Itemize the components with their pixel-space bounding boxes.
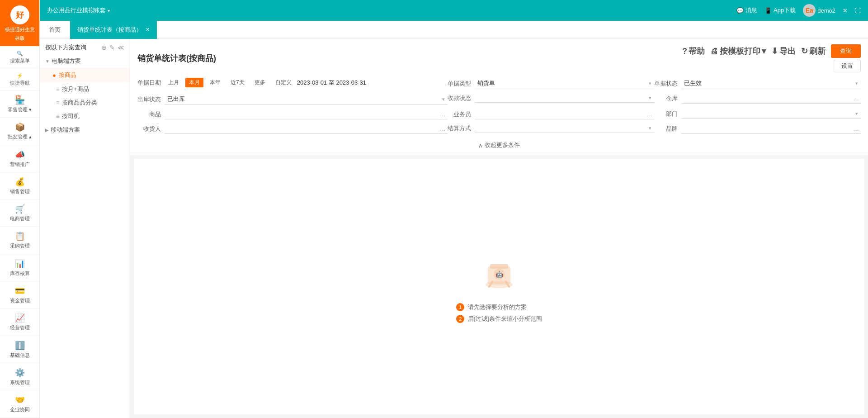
salesperson-filter-field: 业务员 … — [448, 109, 654, 119]
close-window-button[interactable]: ✕ — [843, 7, 848, 14]
add-scheme-button[interactable]: ⊕ — [101, 44, 107, 51]
template-print-button[interactable]: 🖨 按模板打印 ▾ — [710, 46, 766, 57]
refresh-button[interactable]: ↻ 刷新 — [801, 46, 826, 57]
sidebar-quicknav[interactable]: ⚡ 快捷导航 — [0, 68, 39, 90]
tab-sales-stat[interactable]: 销货单统计表（按商品） ✕ — [70, 21, 157, 39]
doc-type-select[interactable]: 销货单 ▾ — [475, 78, 654, 89]
date-tab-more[interactable]: 更多 — [251, 78, 269, 87]
sidebar-item-wholesale[interactable]: 📦 批发管理 ▴ — [0, 118, 39, 145]
collapse-button[interactable]: ∧ 收起更多条件 — [478, 141, 520, 149]
print-icon: 🖨 — [710, 47, 718, 56]
dept-select[interactable]: ▾ — [681, 109, 861, 119]
date-tab-last-month[interactable]: 上月 — [165, 78, 183, 87]
app-download-button[interactable]: 📱 App下载 — [764, 6, 796, 14]
date-tab-this-year[interactable]: 本年 — [206, 78, 224, 87]
sidebar-item-enterprise[interactable]: 🤝 企业协同 — [0, 390, 39, 418]
desktop-section-arrow: ▼ — [45, 59, 50, 64]
sidebar-item-purchase[interactable]: 📋 采购管理 — [0, 227, 39, 254]
maximize-icon: ⛶ — [855, 7, 861, 14]
edit-scheme-button[interactable]: ✎ — [109, 44, 115, 51]
sidebar-item-ecommerce[interactable]: 🛒 电商管理 — [0, 200, 39, 227]
sidebar-item-sales[interactable]: 💰 销售管理 — [0, 172, 39, 200]
user-name: demo2 — [817, 7, 835, 14]
help-button[interactable]: ? 帮助 — [682, 46, 705, 57]
wholesale-icon: 📦 — [15, 122, 25, 132]
left-panel-item-by-category[interactable]: ≡ 按商品品分类 — [40, 96, 130, 109]
sidebar-item-zero-retail[interactable]: 🏪 零售管理 ▾ — [0, 90, 39, 118]
tab-home[interactable]: 首页 — [40, 21, 70, 39]
logo-symbol: 好 — [16, 10, 24, 20]
date-range: 2023-03-01 至 2023-03-31 — [297, 79, 366, 87]
warehouse-dots[interactable]: … — [851, 95, 861, 102]
query-button[interactable]: 查询 — [831, 44, 861, 58]
industry-label: 办公用品行业模拟账套 — [47, 6, 106, 14]
export-label: 导出 — [779, 46, 796, 57]
basic-icon: ℹ️ — [15, 341, 25, 351]
salesperson-dots[interactable]: … — [645, 111, 654, 118]
filter-title-row: 销货单统计表(按商品) ? 帮助 🖨 按模板打印 ▾ — [137, 44, 861, 72]
payment-status-filter-field: 收款状态 ▾ — [448, 94, 654, 103]
mobile-section-arrow: ▶ — [45, 128, 49, 133]
salesperson-input[interactable] — [475, 109, 643, 119]
left-panel-item-by-sku[interactable]: ≡ 按司机 — [40, 109, 130, 123]
sidebar-item-inventory[interactable]: 📊 库存核算 — [0, 254, 39, 281]
doc-status-label: 单据状态 — [654, 80, 678, 88]
recipient-input[interactable] — [165, 124, 436, 133]
sidebar-item-finance[interactable]: 💳 资金管理 — [0, 281, 39, 309]
message-button[interactable]: 💬 消息 — [736, 6, 757, 14]
operations-icon: 📈 — [15, 313, 25, 323]
industry-arrow: ▾ — [108, 8, 110, 13]
left-panel-mobile-section[interactable]: ▶ 移动端方案 — [40, 123, 130, 137]
warehouse-input[interactable] — [681, 94, 849, 103]
refresh-icon: ↻ — [801, 46, 808, 56]
filter-row-1: 单据日期 上月 本月 本年 近7天 更多 自定义 2023-03-01 至 20… — [137, 78, 861, 89]
quicknav-label: 快捷导航 — [10, 80, 30, 86]
tab-close-icon[interactable]: ✕ — [146, 27, 150, 33]
product-input[interactable] — [165, 109, 436, 119]
ecommerce-icon: 🛒 — [15, 204, 25, 214]
maximize-button[interactable]: ⛶ — [855, 7, 861, 14]
product-dots[interactable]: … — [438, 111, 448, 118]
date-tab-7days[interactable]: 近7天 — [227, 78, 248, 87]
date-tab-custom[interactable]: 自定义 — [272, 78, 295, 87]
sidebar-item-basic[interactable]: ℹ️ 基础信息 — [0, 336, 39, 363]
brand-input[interactable] — [681, 124, 849, 133]
date-tab-this-month[interactable]: 本月 — [185, 78, 203, 87]
user-avatar-button[interactable]: Ea demo2 — [803, 4, 835, 17]
left-panel: 按以下方案查询 ⊕ ✎ ≪ ▼ 电脑端方案 ● 按商品 ≡ — [40, 39, 130, 418]
brand-dots[interactable]: … — [851, 125, 861, 132]
sidebar-item-marketing[interactable]: 📣 营销推广 — [0, 145, 39, 172]
industry-dropdown[interactable]: 办公用品行业模拟账套 ▾ — [47, 6, 110, 14]
left-panel-item-by-month-product[interactable]: ≡ 按月+商品 — [40, 82, 130, 96]
payment-status-select[interactable]: ▾ — [475, 94, 654, 103]
tabbar: 首页 销货单统计表（按商品） ✕ — [40, 21, 868, 39]
dept-filter-field: 部门 ▾ — [654, 109, 861, 119]
sidebar-item-operations[interactable]: 📈 经营管理 — [0, 309, 39, 336]
settings-button[interactable]: 设置 — [834, 60, 861, 72]
dept-label: 部门 — [654, 110, 678, 118]
desktop-section-header[interactable]: ▼ 电脑端方案 — [40, 54, 130, 68]
by-month-product-label: 按月+商品 — [62, 85, 89, 93]
doc-status-select[interactable]: 已生效 ▾ — [681, 78, 861, 89]
tab-home-label: 首页 — [49, 26, 61, 34]
sidebar-item-system[interactable]: ⚙️ 系统管理 — [0, 363, 39, 390]
collapse-panel-button[interactable]: ≪ — [118, 44, 124, 51]
recipient-dots[interactable]: … — [438, 125, 448, 132]
logo-icon: 好 — [10, 5, 29, 24]
out-status-select[interactable]: 已出库 ▾ — [165, 94, 448, 105]
finance-icon: 💳 — [15, 286, 25, 296]
by-product-label: 按商品 — [59, 71, 76, 79]
payment-status-arrow: ▾ — [649, 95, 651, 101]
empty-illustration: 🤖 — [476, 251, 522, 296]
left-panel-item-by-product[interactable]: ● 按商品 — [40, 68, 130, 82]
topbar: 办公用品行业模拟账套 ▾ 💬 消息 📱 App下载 Ea demo2 ✕ — [40, 0, 868, 21]
settlement-select[interactable]: ▾ — [475, 124, 654, 133]
enterprise-icon: 🤝 — [15, 395, 25, 405]
svg-text:🤖: 🤖 — [495, 271, 503, 278]
message-label: 消息 — [745, 6, 757, 14]
export-button[interactable]: ⬇ 导出 — [771, 46, 796, 57]
inventory-icon: 📊 — [15, 259, 25, 269]
sidebar-search[interactable]: 🔍 搜索菜单 — [0, 46, 39, 68]
doc-status-arrow: ▾ — [855, 81, 858, 86]
tab-sales-stat-label: 销货单统计表（按商品） — [77, 26, 142, 34]
